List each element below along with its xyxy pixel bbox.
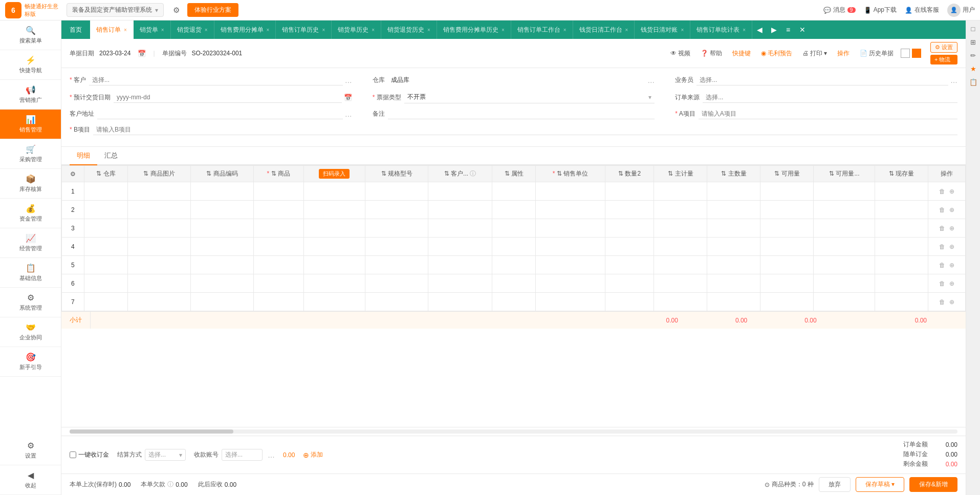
tab-close-icon[interactable]: × bbox=[205, 27, 208, 33]
cell-main-unit[interactable] bbox=[654, 293, 707, 311]
cell-qty2[interactable] bbox=[605, 256, 654, 274]
delivery-calendar-icon[interactable]: 📅 bbox=[344, 94, 352, 101]
sidebar-collapse-btn[interactable]: ◀ 收起 bbox=[0, 465, 61, 495]
cell-available2[interactable] bbox=[814, 219, 875, 238]
cell-attribute[interactable] bbox=[492, 274, 536, 293]
view-toggle-list[interactable] bbox=[901, 49, 910, 58]
salesperson-more-icon[interactable]: … bbox=[950, 76, 957, 84]
cell-product-code[interactable] bbox=[190, 219, 253, 238]
cell-sales-unit[interactable] bbox=[536, 256, 605, 274]
cell-available[interactable] bbox=[760, 182, 814, 201]
scroll-track[interactable] bbox=[70, 429, 957, 434]
view-btn[interactable]: 👁 视频 bbox=[667, 48, 693, 59]
b-project-input[interactable] bbox=[93, 124, 957, 135]
save-draft-btn[interactable]: 保存草稿 ▾ bbox=[856, 477, 904, 492]
cell-stock[interactable] bbox=[875, 238, 928, 256]
cell-product-img[interactable] bbox=[128, 256, 191, 274]
cell-spec[interactable] bbox=[365, 182, 428, 201]
cell-warehouse[interactable] bbox=[84, 219, 127, 238]
cell-product[interactable] bbox=[253, 238, 303, 256]
cell-qty2[interactable] bbox=[605, 238, 654, 256]
cell-spec[interactable] bbox=[365, 256, 428, 274]
copy-icon[interactable]: ⊕ bbox=[949, 206, 954, 213]
tab-close-icon[interactable]: × bbox=[372, 27, 375, 33]
cell-customer-info[interactable] bbox=[428, 274, 492, 293]
tab-close-icon[interactable]: × bbox=[681, 27, 684, 33]
sidebar-item-enterprise[interactable]: 🤝 企业协同 bbox=[0, 317, 61, 347]
col-main-unit[interactable]: ⇅ 主计量 bbox=[654, 166, 707, 182]
delete-icon[interactable]: 🗑 bbox=[939, 188, 945, 195]
copy-icon[interactable]: ⊕ bbox=[949, 188, 954, 195]
settings-panel-btn[interactable]: ⚙ 设置 bbox=[930, 42, 957, 53]
cell-spec[interactable] bbox=[365, 201, 428, 219]
cell-product-img[interactable] bbox=[128, 182, 191, 201]
tab-sales-expense[interactable]: 销售费用分摊单 × bbox=[214, 20, 276, 39]
tab-close-icon[interactable]: × bbox=[267, 27, 270, 33]
col-scan[interactable]: 扫码录入 bbox=[303, 166, 365, 182]
sidebar-settings-btn[interactable]: ⚙ 设置 bbox=[0, 436, 61, 465]
cell-spec[interactable] bbox=[365, 274, 428, 293]
cell-warehouse[interactable] bbox=[84, 256, 127, 274]
col-available[interactable]: ⇅ 可用量 bbox=[760, 166, 814, 182]
cell-main-qty[interactable] bbox=[707, 201, 760, 219]
cell-qty2[interactable] bbox=[605, 182, 654, 201]
delete-icon[interactable]: 🗑 bbox=[939, 280, 945, 287]
cell-product-img[interactable] bbox=[128, 201, 191, 219]
cell-qty2[interactable] bbox=[605, 201, 654, 219]
cell-warehouse[interactable] bbox=[84, 274, 127, 293]
tab-next-btn[interactable]: ▶ bbox=[767, 20, 781, 39]
operate-btn[interactable]: 操作 bbox=[834, 48, 853, 59]
cell-sales-unit[interactable] bbox=[536, 182, 605, 201]
tab-detail[interactable]: 明细 bbox=[70, 147, 97, 165]
cell-main-unit[interactable] bbox=[654, 256, 707, 274]
delivery-date-input[interactable] bbox=[114, 92, 342, 103]
cell-main-qty[interactable] bbox=[707, 256, 760, 274]
cell-sales-unit[interactable] bbox=[536, 238, 605, 256]
col-qty2[interactable]: ⇅ 数量2 bbox=[605, 166, 654, 182]
cell-attribute[interactable] bbox=[492, 201, 536, 219]
delete-icon[interactable]: 🗑 bbox=[939, 206, 945, 213]
sidebar-item-system[interactable]: ⚙ 系统管理 bbox=[0, 288, 61, 317]
right-panel-btn-5[interactable]: 📋 bbox=[967, 76, 979, 88]
cell-warehouse[interactable] bbox=[84, 293, 127, 311]
cell-main-qty[interactable] bbox=[707, 182, 760, 201]
tab-return-history[interactable]: 销货退货历史 × bbox=[381, 20, 437, 39]
col-product-code[interactable]: ⇅ 商品编码 bbox=[190, 166, 253, 182]
shortcut-btn[interactable]: 快捷键 bbox=[729, 48, 754, 59]
cell-main-qty[interactable] bbox=[707, 274, 760, 293]
cell-spec[interactable] bbox=[365, 238, 428, 256]
app-download-btn[interactable]: 📱 App下载 bbox=[864, 6, 897, 14]
cell-qty2[interactable] bbox=[605, 274, 654, 293]
cell-stock[interactable] bbox=[875, 293, 928, 311]
warehouse-more-icon[interactable]: … bbox=[647, 76, 655, 84]
checkout-checkbox[interactable]: 一键收订金 bbox=[70, 450, 109, 459]
cell-available2[interactable] bbox=[814, 201, 875, 219]
cell-attribute[interactable] bbox=[492, 238, 536, 256]
col-spec[interactable]: ⇅ 规格型号 bbox=[365, 166, 428, 182]
sidebar-item-base-info[interactable]: 📋 基础信息 bbox=[0, 258, 61, 288]
checkout-check[interactable] bbox=[70, 451, 76, 458]
right-panel-btn-1[interactable]: □ bbox=[967, 23, 979, 35]
sidebar-item-finance[interactable]: 💰 资金管理 bbox=[0, 199, 61, 228]
tab-summary[interactable]: 汇总 bbox=[97, 147, 125, 165]
tab-expense-history[interactable]: 销售费用分摊单历史 × bbox=[437, 20, 511, 39]
tab-sales-stats[interactable]: 销售订单统计表 × bbox=[690, 20, 752, 39]
cell-sales-unit[interactable] bbox=[536, 219, 605, 238]
history-btn[interactable]: 📄 历史单据 bbox=[857, 48, 897, 59]
cell-stock[interactable] bbox=[875, 182, 928, 201]
tab-home[interactable]: 首页 bbox=[61, 20, 90, 39]
right-panel-btn-4[interactable]: ★ bbox=[967, 62, 979, 75]
message-btn[interactable]: 💬 消息 9 bbox=[823, 6, 856, 14]
cell-spec[interactable] bbox=[365, 293, 428, 311]
calendar-icon[interactable]: 📅 bbox=[138, 50, 146, 57]
cell-warehouse[interactable] bbox=[84, 238, 127, 256]
copy-icon[interactable]: ⊕ bbox=[949, 225, 954, 232]
sidebar-item-inventory[interactable]: 📦 库存核算 bbox=[0, 169, 61, 199]
user-btn[interactable]: 👤 用户 bbox=[947, 4, 975, 17]
copy-icon[interactable]: ⊕ bbox=[949, 243, 954, 250]
tab-sales-order[interactable]: 销售订单 × bbox=[90, 20, 134, 39]
col-available2[interactable]: ⇅ 可用量... bbox=[814, 166, 875, 182]
note-input[interactable] bbox=[388, 109, 655, 119]
cell-main-unit[interactable] bbox=[654, 274, 707, 293]
cell-main-unit[interactable] bbox=[654, 238, 707, 256]
